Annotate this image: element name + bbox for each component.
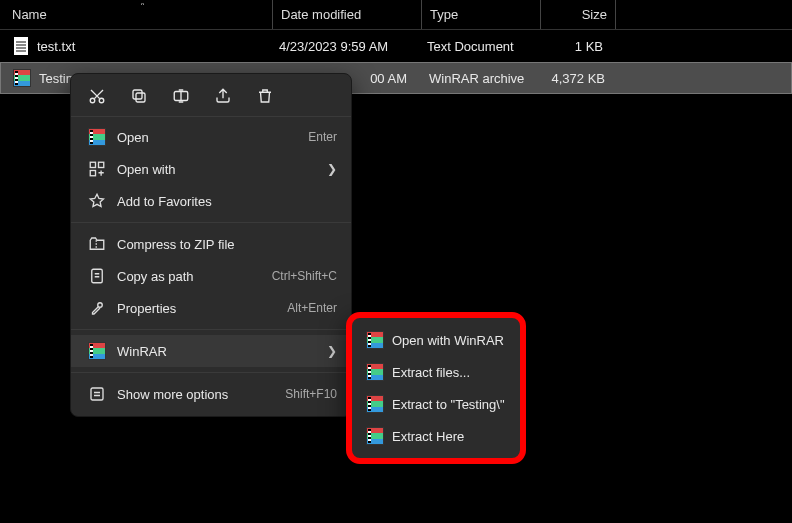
file-type: Text Document	[419, 39, 537, 54]
column-name[interactable]: Name ˄	[0, 3, 272, 26]
cut-icon[interactable]	[87, 86, 107, 106]
text-file-icon	[14, 37, 28, 55]
svg-rect-5	[90, 162, 95, 167]
winrar-submenu: Open with WinRAR Extract files... Extrac…	[346, 312, 526, 464]
menu-item-open[interactable]: Open Enter	[71, 121, 351, 153]
winrar-icon	[366, 363, 384, 381]
context-menu: Open Enter Open with ❯ Add to Favorites …	[70, 73, 352, 417]
column-date-label: Date modified	[281, 7, 361, 22]
more-options-icon	[85, 385, 109, 403]
menu-separator	[71, 329, 351, 330]
column-size-label: Size	[582, 7, 607, 22]
menu-label: Open	[117, 130, 308, 145]
svg-rect-3	[133, 90, 142, 99]
menu-item-copy-path[interactable]: Copy as path Ctrl+Shift+C	[71, 260, 351, 292]
menu-item-zip[interactable]: Compress to ZIP file	[71, 228, 351, 260]
properties-icon	[85, 299, 109, 317]
column-name-label: Name	[12, 7, 47, 22]
menu-item-open-with[interactable]: Open with ❯	[71, 153, 351, 185]
delete-icon[interactable]	[255, 86, 275, 106]
open-with-icon	[85, 160, 109, 178]
submenu-item-open-winrar[interactable]: Open with WinRAR	[352, 324, 520, 356]
svg-point-0	[90, 98, 95, 103]
column-date[interactable]: Date modified	[273, 3, 421, 26]
submenu-label: Extract Here	[392, 429, 508, 444]
zip-folder-icon	[85, 235, 109, 253]
winrar-icon	[366, 395, 384, 413]
menu-label: Add to Favorites	[117, 194, 337, 209]
submenu-label: Extract files...	[392, 365, 508, 380]
menu-item-favorites[interactable]: Add to Favorites	[71, 185, 351, 217]
menu-label: Show more options	[117, 387, 285, 402]
menu-item-more-options[interactable]: Show more options Shift+F10	[71, 378, 351, 410]
chevron-right-icon: ❯	[327, 344, 337, 358]
menu-label: Properties	[117, 301, 287, 316]
column-divider[interactable]	[615, 0, 616, 29]
file-type: WinRAR archive	[421, 71, 539, 86]
share-icon[interactable]	[213, 86, 233, 106]
column-type[interactable]: Type	[422, 3, 540, 26]
menu-item-properties[interactable]: Properties Alt+Enter	[71, 292, 351, 324]
submenu-item-extract-to[interactable]: Extract to "Testing\"	[352, 388, 520, 420]
copy-path-icon	[85, 267, 109, 285]
menu-shortcut: Shift+F10	[285, 387, 337, 401]
menu-shortcut: Ctrl+Shift+C	[272, 269, 337, 283]
submenu-label: Open with WinRAR	[392, 333, 508, 348]
svg-rect-6	[99, 162, 104, 167]
winrar-icon	[366, 427, 384, 445]
submenu-item-extract-files[interactable]: Extract files...	[352, 356, 520, 388]
file-size: 4,372 KB	[539, 71, 613, 86]
winrar-icon	[366, 331, 384, 349]
sort-indicator-icon: ˄	[140, 3, 145, 12]
chevron-right-icon: ❯	[327, 162, 337, 176]
svg-rect-8	[92, 269, 103, 283]
winrar-archive-icon	[13, 69, 31, 87]
rename-icon[interactable]	[171, 86, 191, 106]
menu-label: WinRAR	[117, 344, 337, 359]
menu-shortcut: Enter	[308, 130, 337, 144]
column-size[interactable]: Size	[541, 3, 615, 26]
winrar-icon	[88, 128, 106, 146]
svg-rect-7	[90, 171, 95, 176]
menu-label: Compress to ZIP file	[117, 237, 337, 252]
column-header-row: Name ˄ Date modified Type Size	[0, 0, 792, 30]
menu-shortcut: Alt+Enter	[287, 301, 337, 315]
menu-label: Open with	[117, 162, 337, 177]
svg-rect-10	[91, 388, 103, 400]
file-name: test.txt	[37, 39, 271, 54]
svg-rect-2	[136, 93, 145, 102]
menu-label: Copy as path	[117, 269, 272, 284]
file-row[interactable]: test.txt 4/23/2023 9:59 AM Text Document…	[0, 30, 792, 62]
svg-point-1	[99, 98, 104, 103]
file-date: 4/23/2023 9:59 AM	[271, 39, 419, 54]
menu-separator	[71, 372, 351, 373]
submenu-label: Extract to "Testing\"	[392, 397, 508, 412]
star-icon	[85, 192, 109, 210]
submenu-item-extract-here[interactable]: Extract Here	[352, 420, 520, 452]
file-size: 1 KB	[537, 39, 611, 54]
winrar-icon	[88, 342, 106, 360]
copy-icon[interactable]	[129, 86, 149, 106]
menu-item-winrar[interactable]: WinRAR ❯	[71, 335, 351, 367]
action-icon-bar	[71, 80, 351, 117]
column-type-label: Type	[430, 7, 458, 22]
menu-separator	[71, 222, 351, 223]
